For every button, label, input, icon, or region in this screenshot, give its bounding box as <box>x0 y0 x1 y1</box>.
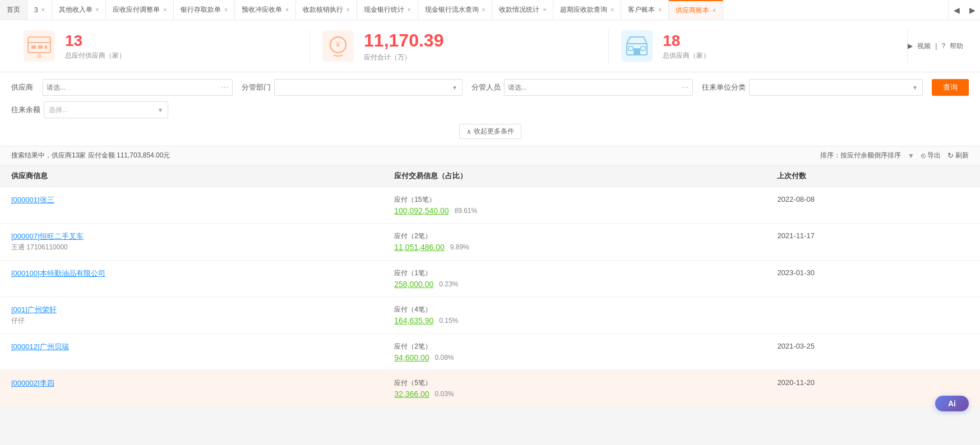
tx-label-6: 应付（5笔） <box>394 378 777 388</box>
export-action[interactable]: ⎋ 导出 <box>921 151 941 160</box>
tx-label-1: 应付（15笔） <box>394 195 777 205</box>
table-row: [000100]本特勤油品有限公司 应付（1笔） 258,000.00 0.23… <box>0 261 980 297</box>
tx-pct-2: 9.89% <box>450 243 469 251</box>
nav-tab-collection-stat[interactable]: 收款情况统计 × <box>492 0 553 20</box>
svg-rect-4 <box>38 45 43 49</box>
nav-tab-cash-bank-stat[interactable]: 现金银行统计 × <box>357 0 418 20</box>
tx-label-5: 应付（2笔） <box>394 342 777 351</box>
supplier-link-1[interactable]: [000001]张三 <box>11 195 394 205</box>
nav-tab-ar-ap-adjust-label: 应收应付调整单 <box>113 5 160 15</box>
tx-label-4: 应付（4笔） <box>394 305 777 314</box>
nav-tab-advance[interactable]: 预收冲应收单 × <box>235 0 296 20</box>
table-row: [000002]李四 应付（5笔） 32,366.00 0.03% 2020-1… <box>0 370 980 407</box>
search-button[interactable]: 查询 <box>932 79 969 96</box>
nav-arrow-left[interactable]: ◀ <box>949 0 964 20</box>
supplier-link-3[interactable]: [000100]本特勤油品有限公司 <box>11 268 394 279</box>
transaction-cell-6: 应付（5笔） 32,366.00 0.03% <box>394 378 777 398</box>
tx-amount-5[interactable]: 94,600.00 <box>394 353 429 362</box>
nav-tab-collection-close[interactable]: × <box>346 7 350 13</box>
nav-tab-3-label: 3 <box>34 6 38 14</box>
supplier-link-2[interactable]: [000007]恒旺二手叉车 <box>11 231 394 242</box>
supplier-link-5[interactable]: [000012]广州贝瑞 <box>11 342 394 352</box>
nav-tab-supplier-ledger-label: 供应商账本 <box>676 6 709 15</box>
nav-tab-cash-bank-flow-close[interactable]: × <box>482 7 486 13</box>
filter-item-person: 分管人员 ··· <box>471 79 693 96</box>
supplier-cell-5: [000012]广州贝瑞 <box>11 342 394 352</box>
collapse-button[interactable]: ∧ 收起更多条件 <box>459 124 521 139</box>
video-link[interactable]: 视频 <box>917 41 931 51</box>
sort-label[interactable]: 排序：按应付余额倒序排序 <box>820 151 901 160</box>
supplier-link-4[interactable]: [001]广州荣轩 <box>11 305 394 315</box>
filter-item-dept: 分管部门 ▼ <box>242 79 463 96</box>
nav-tab-bank-deposit-close[interactable]: × <box>224 7 228 13</box>
transaction-cell-3: 应付（1笔） 258,000.00 0.23% <box>394 268 777 289</box>
table-row: [000007]恒旺二手叉车 王通 17106110000 应付（2笔） 11,… <box>0 224 980 261</box>
filter-section: 供应商 ··· 分管部门 ▼ 分管人员 ··· 往来单位分类 <box>0 72 980 146</box>
export-label: 导出 <box>927 151 941 160</box>
nav-tab-bank-deposit[interactable]: 银行存取款单 × <box>174 0 235 20</box>
nav-tab-collection-stat-label: 收款情况统计 <box>499 5 539 15</box>
help-link[interactable]: 帮助 <box>950 41 963 51</box>
tx-amount-3[interactable]: 258,000.00 <box>394 280 433 289</box>
store-icon <box>620 29 654 63</box>
tx-pct-3: 0.23% <box>439 280 458 288</box>
results-actions: 排序：按应付余额倒序排序 ▼ ⎋ 导出 ↻ 刷新 <box>820 151 969 160</box>
balance-dropdown-icon: ▼ <box>158 107 163 113</box>
nav-tab-customer-ledger[interactable]: 客户账本 × <box>621 0 669 20</box>
supplier-input[interactable] <box>47 84 221 91</box>
nav-tab-other-income-close[interactable]: × <box>96 7 99 13</box>
nav-tab-collection[interactable]: 收款核销执行 × <box>296 0 357 20</box>
export-icon: ⎋ <box>921 151 926 160</box>
nav-tab-3[interactable]: 3 × <box>27 0 52 20</box>
person-dots-icon[interactable]: ··· <box>681 82 688 92</box>
nav-tab-cash-bank-flow[interactable]: 现金银行流水查询 × <box>418 0 493 20</box>
tx-amount-4[interactable]: 164,635.90 <box>394 316 433 325</box>
svg-point-6 <box>37 54 41 58</box>
table-section: 供应商信息 应付交易信息（占比） 上次付数 [000001]张三 应付（15笔）… <box>0 165 980 407</box>
nav-tab-overdue-close[interactable]: × <box>611 7 614 13</box>
top-right-links: ▶ 视频 | ? 帮助 <box>908 41 969 51</box>
nav-arrow-right[interactable]: ▶ <box>964 0 980 20</box>
nav-tab-ar-ap-adjust[interactable]: 应收应付调整单 × <box>106 0 174 20</box>
category-filter-label: 往来单位分类 <box>702 82 746 92</box>
refresh-label: 刷新 <box>955 151 969 160</box>
results-header: 搜索结果中，供应商13家 应付金额 111,703,854.00元 排序：按应付… <box>0 146 980 165</box>
supplier-link-6[interactable]: [000002]李四 <box>11 378 394 388</box>
category-select[interactable]: ▼ <box>749 79 923 96</box>
nav-tab-collection-stat-close[interactable]: × <box>543 7 546 13</box>
nav-tab-other-income[interactable]: 其他收入单 × <box>52 0 107 20</box>
supplier-cell-3: [000100]本特勤油品有限公司 <box>11 268 394 279</box>
summary-card-suppliers: 13 总应付供应商（家） <box>11 29 310 63</box>
nav-tab-customer-ledger-close[interactable]: × <box>658 7 662 13</box>
nav-tab-overdue[interactable]: 超期应收款查询 × <box>553 0 621 20</box>
ai-button[interactable]: Ai <box>935 396 969 407</box>
payable-icon: ¥ <box>321 29 355 63</box>
nav-tab-collection-label: 收款核销执行 <box>303 5 343 15</box>
dept-dropdown-icon: ▼ <box>452 85 457 91</box>
nav-tab-ar-ap-adjust-close[interactable]: × <box>163 7 167 13</box>
summary-section: 13 总应付供应商（家） ¥ 11,170.39 应付合计（万） <box>0 20 980 72</box>
summary-info-suppliers: 13 总应付供应商（家） <box>65 31 126 61</box>
supplier-dots-icon[interactable]: ··· <box>221 82 228 92</box>
nav-tab-3-close[interactable]: × <box>41 7 45 13</box>
table-body: [000001]张三 应付（15笔） 100,092,540.00 89.61%… <box>0 187 980 407</box>
nav-tab-cash-bank-stat-close[interactable]: × <box>408 7 411 13</box>
nav-tab-home[interactable]: 首页 <box>0 0 27 20</box>
supplier-cell-2: [000007]恒旺二手叉车 王通 17106110000 <box>11 231 394 252</box>
tx-label-2: 应付（2笔） <box>394 231 777 241</box>
person-input[interactable] <box>508 84 681 91</box>
tx-amount-6[interactable]: 32,366.00 <box>394 390 429 398</box>
nav-tab-supplier-ledger[interactable]: 供应商账本 × <box>669 0 723 20</box>
nav-tab-supplier-ledger-close[interactable]: × <box>713 7 716 13</box>
table-header: 供应商信息 应付交易信息（占比） 上次付数 <box>0 165 980 187</box>
tx-amount-2[interactable]: 11,051,486.00 <box>394 243 445 252</box>
tx-amount-1[interactable]: 100,092,540.00 <box>394 206 449 215</box>
dept-select[interactable]: ▼ <box>274 79 463 96</box>
refresh-action[interactable]: ↻ 刷新 <box>947 151 969 160</box>
nav-tab-advance-close[interactable]: × <box>285 7 289 13</box>
filter-row-1: 供应商 ··· 分管部门 ▼ 分管人员 ··· 往来单位分类 <box>11 79 969 96</box>
balance-select[interactable]: 选择... ▼ <box>44 101 168 118</box>
nav-tab-advance-label: 预收冲应收单 <box>242 5 282 15</box>
supplier-filter-label: 供应商 <box>11 82 39 92</box>
summary-info-total-suppliers: 18 总供应商（家） <box>663 31 710 61</box>
